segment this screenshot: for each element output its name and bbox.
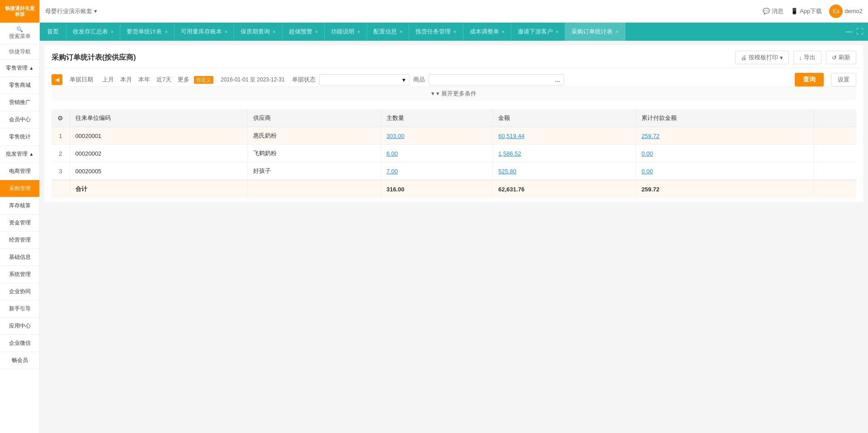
tab-label-funcguide: 功能说明 — [331, 28, 354, 36]
page-panel: 采购订单统计表(按供应商) 🖨 按模板打印 ▾ ↓ 导出 ↺ 刷新 — [44, 45, 863, 202]
app-download-button[interactable]: 📱 App下载 — [791, 7, 822, 15]
sidebar-item-operation[interactable]: 经营管理 — [0, 232, 39, 249]
sidebar-item-finance[interactable]: 资金管理 — [0, 214, 39, 232]
cell-extra — [814, 145, 856, 162]
status-select[interactable]: ▾ — [319, 74, 410, 86]
message-button[interactable]: 💬 消息 — [763, 7, 783, 15]
sidebar-item-retail-mall[interactable]: 零售商城 — [0, 77, 39, 94]
avatar-initials: Ea — [833, 8, 840, 14]
tab-close-purchase-stat[interactable]: × — [615, 29, 618, 34]
sidebar-label-retail-mall: 零售商城 — [9, 81, 31, 89]
sidebar-item-member[interactable]: 会员中心 — [0, 111, 39, 128]
cell-extra — [814, 162, 856, 181]
tab-label-costadj: 成本调整单 — [470, 28, 499, 36]
settings-button[interactable]: 设置 — [831, 73, 856, 86]
tab-close-expiry[interactable]: × — [273, 29, 275, 34]
goods-filter-label: 商品 — [413, 76, 425, 84]
date-filter-label: 单据日期 — [70, 76, 93, 84]
sidebar-item-newbie[interactable]: 新手引导 — [0, 300, 39, 318]
settings-icon[interactable]: ⚙ — [57, 114, 63, 122]
sidebar-item-system[interactable]: 系统管理 — [0, 266, 39, 283]
sidebar-item-marketing[interactable]: 营销推广 — [0, 94, 39, 111]
sidebar-item-retail[interactable]: 零售管理 ▲ — [0, 60, 39, 77]
data-table: ⚙ 往来单位编码 供应商 主数量 — [52, 109, 856, 198]
sidebar-item-inventory[interactable]: 库存核算 — [0, 197, 39, 214]
account-selector[interactable]: 母婴行业演示账套 ▾ — [45, 7, 97, 15]
search-button[interactable]: 查询 — [795, 73, 824, 86]
cell-amount: 60,519.44 — [493, 127, 636, 145]
sidebar-item-corpwechat[interactable]: 企业微信 — [0, 335, 39, 352]
expand-label: ▾ 展开更多条件 — [436, 90, 476, 97]
filter-toggle-button[interactable]: ◀ — [52, 74, 62, 85]
tab-minimize-icon[interactable]: — — [845, 28, 853, 36]
tab-expiry[interactable]: 保质期查询 × — [234, 23, 282, 41]
tab-home[interactable]: 首页 — [40, 23, 66, 41]
date-opt-more[interactable]: 更多 — [176, 75, 191, 85]
table-row: 3 00020005 好孩子 7.00 525.80 0.00 — [52, 162, 856, 181]
date-opt-thismonth[interactable]: 本月 — [118, 75, 134, 85]
print-button[interactable]: 🖨 按模板打印 ▾ — [735, 51, 789, 64]
tab-invitecust[interactable]: 邀请下游客户 × — [511, 23, 565, 41]
tab-close-costadj[interactable]: × — [502, 29, 505, 34]
goods-input[interactable]: ... — [429, 74, 564, 86]
sidebar-item-retail-stat[interactable]: 零售统计 — [0, 128, 39, 146]
sidebar-label-search: 搜索菜单 — [9, 33, 31, 39]
tab-overstock[interactable]: 超储预警 × — [283, 23, 325, 41]
ellipsis-icon: ... — [555, 76, 560, 83]
user-profile[interactable]: Ea demo2 — [829, 5, 863, 18]
cell-num: 3 — [52, 162, 70, 181]
username: demo2 — [844, 8, 863, 14]
tab-maximize-icon[interactable]: ⛶ — [856, 28, 863, 36]
date-opt-thisyear[interactable]: 本年 — [137, 75, 152, 85]
th-supplier: 供应商 — [248, 109, 381, 127]
tab-close-inventory-book[interactable]: × — [225, 29, 227, 34]
sidebar-item-search[interactable]: 🔍 搜索菜单 — [0, 23, 39, 44]
tab-config[interactable]: 配置信息 × — [367, 23, 409, 41]
account-name: 母婴行业演示账套 — [45, 7, 92, 15]
tab-close-config[interactable]: × — [400, 29, 402, 34]
date-opt-7days[interactable]: 近7天 — [155, 75, 173, 85]
tab-taskmanage[interactable]: 拣货任务管理 × — [409, 23, 463, 41]
sidebar-item-appcenter[interactable]: 应用中心 — [0, 318, 39, 335]
tab-receive-send[interactable]: 收发存汇总表 × — [66, 23, 120, 41]
tab-purchase-stat[interactable]: 采购订单统计表 × — [565, 23, 625, 41]
print-label: 按模板打印 — [749, 53, 778, 62]
tab-close-funcguide[interactable]: × — [357, 29, 360, 34]
th-checkbox: ⚙ — [52, 109, 70, 127]
sidebar-item-basic[interactable]: 基础信息 — [0, 249, 39, 266]
tab-close-invitecust[interactable]: × — [556, 29, 558, 34]
tab-order-stat[interactable]: 要货单统计表 × — [120, 23, 174, 41]
tab-inventory-book[interactable]: 可用量库存账本 × — [175, 23, 234, 41]
sidebar-label-operation: 经营管理 — [9, 236, 31, 244]
tab-funcguide[interactable]: 功能说明 × — [325, 23, 367, 41]
footer-empty1 — [52, 180, 70, 198]
tab-label-taskmanage: 拣货任务管理 — [415, 28, 451, 36]
filter-row-1: ◀ 单据日期 上月 本月 本年 近7天 更多 自定义 2016-01-01 至 … — [52, 73, 856, 86]
tab-costadj[interactable]: 成本调整单 × — [463, 23, 511, 41]
sidebar-label-corpwechat: 企业微信 — [9, 339, 31, 347]
chevron-down-icon2: ▲ — [29, 152, 34, 157]
chevron-down-icon: ▲ — [29, 66, 34, 71]
sidebar-item-member2[interactable]: 畅会员 — [0, 352, 39, 369]
cell-num: 1 — [52, 127, 70, 145]
sidebar-item-quicknav[interactable]: 快捷导航 — [0, 44, 39, 60]
tab-close-taskmanage[interactable]: × — [453, 29, 456, 34]
date-opt-lastmonth[interactable]: 上月 — [100, 75, 116, 85]
page-content: 采购订单统计表(按供应商) 🖨 按模板打印 ▾ ↓ 导出 ↺ 刷新 — [40, 41, 868, 433]
expand-more-button[interactable]: ▾ ▾ 展开更多条件 — [52, 86, 856, 100]
chevron-down-icon5: ▾ — [402, 76, 406, 83]
date-badge-custom[interactable]: 自定义 — [194, 76, 213, 84]
sidebar-item-ecommerce[interactable]: 电商管理 — [0, 163, 39, 180]
sidebar-label-member2: 畅会员 — [12, 357, 28, 364]
sidebar-item-collab[interactable]: 企业协同 — [0, 283, 39, 300]
sidebar-item-wholesale[interactable]: 批发管理 ▲ — [0, 146, 39, 163]
refresh-button[interactable]: ↺ 刷新 — [826, 51, 856, 64]
sidebar-item-purchase[interactable]: 采购管理 — [0, 180, 39, 197]
cell-qty: 7.00 — [381, 162, 493, 181]
page-header: 采购订单统计表(按供应商) 🖨 按模板打印 ▾ ↓ 导出 ↺ 刷新 — [44, 45, 863, 68]
tab-close-overstock[interactable]: × — [315, 29, 318, 34]
sidebar-label-purchase: 采购管理 — [9, 185, 31, 192]
export-button[interactable]: ↓ 导出 — [793, 51, 822, 64]
tab-close-receive-send[interactable]: × — [111, 29, 113, 34]
tab-close-order-stat[interactable]: × — [165, 29, 167, 34]
